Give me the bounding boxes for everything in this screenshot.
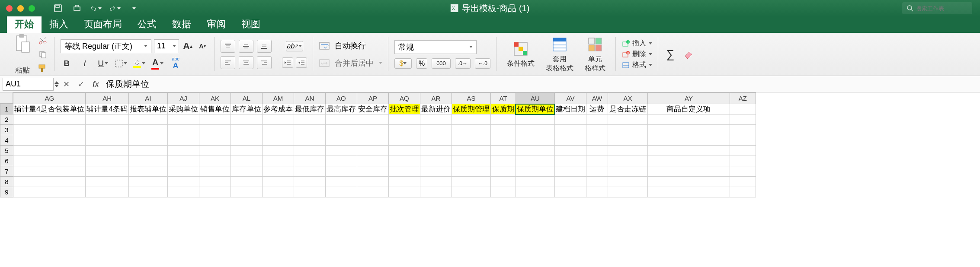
cell-AX7[interactable]	[608, 166, 647, 177]
cell-AU7[interactable]	[516, 166, 554, 177]
workbook-search[interactable]	[902, 2, 972, 14]
align-middle-button[interactable]	[239, 40, 253, 53]
delete-cells-button[interactable]: ×删除	[622, 50, 652, 59]
cell-AG5[interactable]	[13, 146, 86, 156]
cell-AS4[interactable]	[452, 135, 490, 146]
cell-AL1[interactable]: 库存单位	[231, 104, 262, 114]
cell-AL8[interactable]	[231, 177, 262, 187]
copy-button[interactable]	[37, 49, 48, 60]
cell-AG3[interactable]	[13, 125, 86, 135]
cell-AU4[interactable]	[516, 135, 554, 146]
cell-AJ9[interactable]	[167, 187, 199, 197]
font-size-select[interactable]: 11	[154, 39, 179, 53]
cell-AY2[interactable]	[647, 114, 730, 125]
cell-AV3[interactable]	[554, 125, 586, 135]
cell-AG2[interactable]	[13, 114, 86, 125]
cell-AH9[interactable]	[86, 187, 128, 197]
cell-AH1[interactable]: 辅计量4条码	[86, 104, 128, 114]
cell-AJ8[interactable]	[167, 177, 199, 187]
cell-AQ8[interactable]	[388, 177, 420, 187]
align-left-button[interactable]	[221, 56, 235, 69]
tab-公式[interactable]: 公式	[130, 15, 164, 33]
clear-button[interactable]	[682, 48, 695, 60]
cell-AN6[interactable]	[294, 156, 325, 166]
cell-AM1[interactable]: 参考成本	[262, 104, 294, 114]
cell-AT4[interactable]	[490, 135, 516, 146]
cell-AX2[interactable]	[608, 114, 647, 125]
column-header-AN[interactable]: AN	[294, 93, 325, 104]
column-header-AX[interactable]: AX	[608, 93, 647, 104]
align-right-button[interactable]	[257, 56, 272, 69]
cell-AN5[interactable]	[294, 146, 325, 156]
cell-AP9[interactable]	[357, 187, 388, 197]
fx-icon[interactable]: fx	[93, 79, 99, 89]
cell-AM8[interactable]	[262, 177, 294, 187]
cell-AN8[interactable]	[294, 177, 325, 187]
name-box[interactable]: AU1	[3, 78, 54, 91]
undo-button[interactable]	[90, 3, 102, 14]
cell-AK9[interactable]	[199, 187, 231, 197]
align-top-button[interactable]	[221, 40, 235, 53]
tab-页面布局[interactable]: 页面布局	[76, 15, 130, 33]
cell-AP3[interactable]	[357, 125, 388, 135]
font-color-button[interactable]: A	[151, 57, 163, 70]
column-header-AY[interactable]: AY	[647, 93, 730, 104]
cell-AW7[interactable]	[586, 166, 608, 177]
cell-AN3[interactable]	[294, 125, 325, 135]
cell-AN4[interactable]	[294, 135, 325, 146]
cell-AU3[interactable]	[516, 125, 554, 135]
cell-AR2[interactable]	[420, 114, 452, 125]
border-button[interactable]	[115, 57, 127, 70]
cell-AH2[interactable]	[86, 114, 128, 125]
cell-AU9[interactable]	[516, 187, 554, 197]
cell-AS6[interactable]	[452, 156, 490, 166]
cell-AR8[interactable]	[420, 177, 452, 187]
cell-AL7[interactable]	[231, 166, 262, 177]
cell-AS9[interactable]	[452, 187, 490, 197]
cell-AW1[interactable]: 运费	[586, 104, 608, 114]
cell-AS2[interactable]	[452, 114, 490, 125]
print-button[interactable]	[71, 3, 83, 14]
cell-AQ6[interactable]	[388, 156, 420, 166]
cell-AN1[interactable]: 最低库存	[294, 104, 325, 114]
cell-AK6[interactable]	[199, 156, 231, 166]
cell-AQ1[interactable]: 批次管理	[388, 104, 420, 114]
cell-AQ2[interactable]	[388, 114, 420, 125]
cell-AO8[interactable]	[325, 177, 357, 187]
cell-AT5[interactable]	[490, 146, 516, 156]
cell-AH8[interactable]	[86, 177, 128, 187]
row-header-8[interactable]: 8	[0, 176, 13, 187]
row-header-1[interactable]: 1	[0, 104, 13, 114]
column-header-AO[interactable]: AO	[325, 93, 357, 104]
cell-AV9[interactable]	[554, 187, 586, 197]
phonetic-guide-button[interactable]: abcA	[170, 57, 182, 70]
row-header-5[interactable]: 5	[0, 145, 13, 156]
row-header-3[interactable]: 3	[0, 124, 13, 135]
cell-AM3[interactable]	[262, 125, 294, 135]
cell-AY1[interactable]: 商品自定义项	[647, 104, 730, 114]
cell-AI9[interactable]	[128, 187, 167, 197]
align-center-button[interactable]	[239, 56, 253, 69]
paste-button[interactable]	[10, 33, 35, 62]
format-painter-button[interactable]	[37, 63, 48, 73]
row-header-4[interactable]: 4	[0, 135, 13, 145]
comma-style-button[interactable]: 000	[432, 58, 451, 69]
cell-AK2[interactable]	[199, 114, 231, 125]
cell-AM7[interactable]	[262, 166, 294, 177]
cell-AO2[interactable]	[325, 114, 357, 125]
column-header-AK[interactable]: AK	[199, 93, 231, 104]
cell-AO7[interactable]	[325, 166, 357, 177]
cell-AV5[interactable]	[554, 146, 586, 156]
column-header-AT[interactable]: AT	[490, 93, 516, 104]
format-cells-button[interactable]: 格式	[622, 60, 652, 70]
cell-AG7[interactable]	[13, 166, 86, 177]
cancel-edit-button[interactable]: ✕	[59, 79, 74, 89]
cell-AK3[interactable]	[199, 125, 231, 135]
cell-AZ5[interactable]	[730, 146, 756, 156]
tab-审阅[interactable]: 审阅	[199, 15, 234, 33]
tab-视图[interactable]: 视图	[234, 15, 268, 33]
cell-AW3[interactable]	[586, 125, 608, 135]
cell-AR3[interactable]	[420, 125, 452, 135]
cell-AH4[interactable]	[86, 135, 128, 146]
cell-AX4[interactable]	[608, 135, 647, 146]
